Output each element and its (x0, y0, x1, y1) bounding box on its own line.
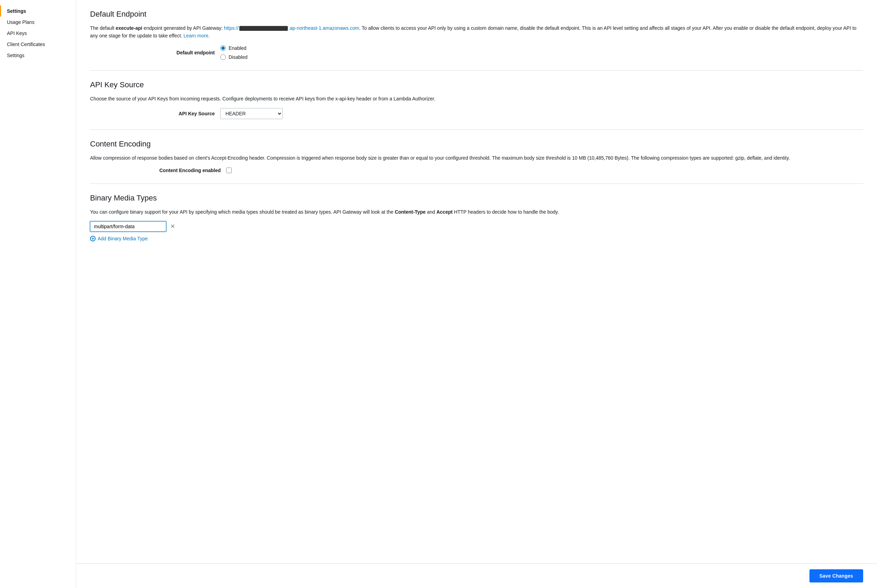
content-type-bold: Content-Type (395, 209, 426, 215)
sidebar-item-label: Client Certificates (7, 42, 45, 47)
section-title-default-endpoint: Default Endpoint (90, 10, 863, 19)
add-binary-label: Add Binary Media Type (98, 236, 148, 242)
masked-url (239, 26, 288, 31)
section-title-api-key-source: API Key Source (90, 80, 863, 89)
default-endpoint-form-row: Default endpoint Enabled Disabled (90, 45, 863, 60)
radio-disabled-label: Disabled (228, 54, 247, 60)
radio-disabled[interactable]: Disabled (220, 54, 247, 60)
add-icon: + (90, 236, 96, 242)
radio-disabled-input[interactable] (220, 54, 226, 60)
section-default-endpoint: Default Endpoint The default execute-api… (90, 0, 863, 70)
section-desc-api-key-source: Choose the source of your API Keys from … (90, 95, 863, 102)
section-title-content-encoding: Content Encoding (90, 140, 863, 148)
bmt-desc-2: and (426, 209, 436, 215)
radio-enabled-input[interactable] (220, 45, 226, 51)
default-endpoint-label: Default endpoint (159, 50, 215, 56)
sidebar-item-settings2[interactable]: Settings (0, 50, 76, 61)
media-type-input-row: ✕ (90, 221, 863, 232)
api-key-source-label: API Key Source (159, 111, 215, 116)
section-api-key-source: API Key Source Choose the source of your… (90, 70, 863, 130)
radio-enabled[interactable]: Enabled (220, 45, 247, 51)
section-content-encoding: Content Encoding Allow compression of re… (90, 130, 863, 183)
content-encoding-label: Content Encoding enabled (159, 168, 221, 173)
sidebar-item-label: API Keys (7, 30, 27, 36)
bmt-desc-1: You can configure binary support for you… (90, 209, 395, 215)
desc-text-2: endpoint generated by API Gateway: (143, 25, 224, 31)
section-desc-content-encoding: Allow compression of response bodies bas… (90, 154, 863, 162)
sidebar-item-label: Usage Plans (7, 20, 34, 25)
save-changes-button[interactable]: Save Changes (809, 569, 863, 582)
sidebar-item-client-certificates[interactable]: Client Certificates (0, 39, 76, 50)
add-binary-media-type-link[interactable]: + Add Binary Media Type (90, 236, 148, 242)
content-encoding-checkbox[interactable] (226, 168, 232, 173)
url-prefix: https:// (224, 25, 239, 31)
sidebar-item-usage-plans[interactable]: Usage Plans (0, 16, 76, 28)
section-desc-default-endpoint: The default execute-api endpoint generat… (90, 24, 863, 40)
content-encoding-checkbox-wrapper (226, 168, 232, 173)
section-binary-media-types: Binary Media Types You can configure bin… (90, 184, 863, 248)
sidebar-item-api-keys[interactable]: API Keys (0, 28, 76, 39)
url-suffix: .ap-northeast-1.amazonaws.com (288, 25, 359, 31)
remove-media-type-button[interactable]: ✕ (169, 223, 176, 230)
radio-enabled-label: Enabled (228, 45, 246, 51)
main-content: Default Endpoint The default execute-api… (76, 0, 877, 588)
api-key-source-select[interactable]: HEADER AUTHORIZER (220, 108, 282, 119)
sidebar: Settings Usage Plans API Keys Client Cer… (0, 0, 76, 588)
media-type-input[interactable] (90, 221, 166, 232)
desc-text-1: The default (90, 25, 116, 31)
api-key-source-form-row: API Key Source HEADER AUTHORIZER (90, 108, 863, 119)
sidebar-item-settings[interactable]: Settings (0, 6, 76, 16)
sidebar-item-label: Settings (7, 8, 26, 14)
footer-bar: Save Changes (76, 563, 877, 588)
sidebar-item-label: Settings (7, 52, 25, 58)
section-desc-binary-media-types: You can configure binary support for you… (90, 208, 863, 216)
content-encoding-form-row: Content Encoding enabled (90, 168, 863, 173)
bmt-desc-3: HTTP headers to decide how to handle the… (453, 209, 559, 215)
default-endpoint-radio-group: Enabled Disabled (220, 45, 247, 60)
execute-api-bold: execute-api (116, 25, 143, 31)
learn-more-link[interactable]: Learn more. (183, 33, 210, 39)
endpoint-url-link[interactable]: https://.ap-northeast-1.amazonaws.com (224, 25, 359, 31)
accept-bold: Accept (436, 209, 453, 215)
section-title-binary-media-types: Binary Media Types (90, 194, 863, 202)
